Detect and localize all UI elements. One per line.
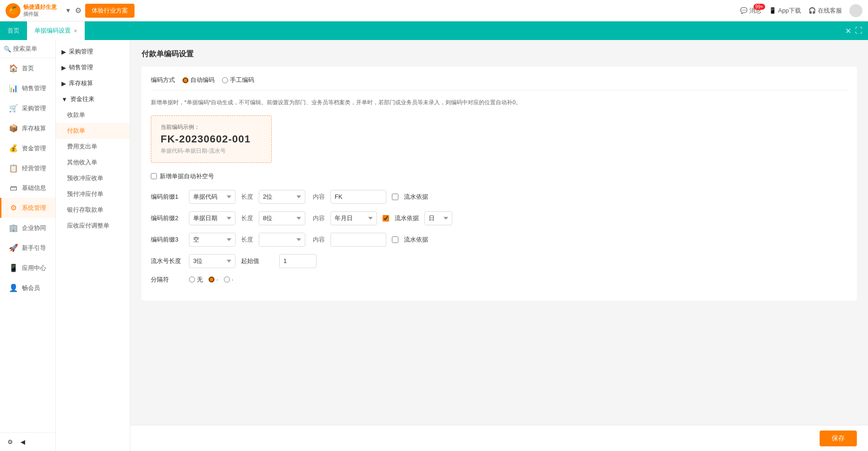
avatar[interactable] (849, 4, 862, 17)
prefix2-row: 编码前缀2 单据日期 长度 8位 内容 年月日 流水依据 日 (151, 211, 848, 225)
sidebar-item-apps[interactable]: 📱 应用中心 (0, 258, 55, 278)
sidebar-item-system[interactable]: ⚙ 系统管理 (0, 198, 55, 218)
trial-btn[interactable]: 体验行业方案 (85, 4, 135, 18)
prefix2-select[interactable]: 单据日期 (189, 211, 236, 225)
app-icon: 📱 (769, 7, 776, 14)
sub-item-prepay-payable[interactable]: 预付冲应付单 (56, 186, 130, 202)
separator-dot-label[interactable]: · (209, 276, 218, 283)
preview-label: 当前编码示例： (161, 123, 262, 131)
sidebar-item-enterprise[interactable]: 🏢 企业协同 (0, 218, 55, 238)
prefix1-select[interactable]: 单据代码 (189, 190, 236, 204)
prefix1-content-input[interactable] (330, 190, 386, 204)
sub-item-expense[interactable]: 费用支出单 (56, 139, 130, 155)
prefix2-content-label: 内容 (313, 214, 325, 222)
messages-btn[interactable]: 💬 消息 99+ (740, 7, 761, 15)
sub-item-prepay-receivable[interactable]: 预收冲应收单 (56, 170, 130, 186)
sidebar-item-basic-label: 基础信息 (22, 184, 46, 192)
tabbar-expand-btn[interactable]: ⛶ (855, 27, 862, 35)
basic-icon: 🗃 (9, 184, 18, 192)
encoding-method-label: 编码方式 (151, 76, 175, 84)
tab-close-icon[interactable]: ✕ (74, 28, 77, 34)
footer: 保存 (130, 425, 868, 451)
sidebar-item-newbie[interactable]: 🚀 新手引导 (0, 238, 55, 258)
prefix3-length-select[interactable] (259, 233, 305, 247)
preview-desc: 单据代码-单据日期-流水号 (161, 147, 262, 155)
online-service-btn[interactable]: 🎧 在线客服 (808, 7, 842, 15)
auto-fill-checkbox[interactable] (151, 173, 157, 179)
separator-none-label[interactable]: 无 (189, 276, 203, 284)
radio-manual[interactable] (222, 77, 228, 83)
sidebar-item-sales[interactable]: 📊 销售管理 (0, 78, 55, 98)
prefix3-content-input[interactable] (330, 233, 386, 247)
prefix3-serial-checkbox[interactable] (392, 236, 398, 243)
sub-group-sales-label: 销售管理 (69, 63, 93, 72)
prefix2-content-select[interactable]: 年月日 (330, 211, 377, 225)
tab-serial-setting[interactable]: 单据编码设置 ✕ (27, 21, 85, 40)
nav-dropdown[interactable]: ▼ (65, 7, 71, 14)
sidebar-search-label: 搜索菜单 (13, 45, 37, 53)
prefix1-serial-checkbox[interactable] (392, 194, 398, 200)
sidebar-item-apps-label: 应用中心 (22, 264, 46, 272)
separator-dot-text: · (216, 276, 218, 283)
sub-item-bank-deposit[interactable]: 银行存取款单 (56, 202, 130, 218)
radio-manual-label[interactable]: 手工编码 (222, 76, 254, 84)
sub-group-purchase-title[interactable]: ▶ 采购管理 (56, 44, 130, 60)
encoding-method-row: 编码方式 自动编码 手工编码 (151, 76, 848, 90)
prefix3-select[interactable]: 空 (189, 233, 236, 247)
separator-dot-radio[interactable] (209, 276, 215, 283)
sub-item-other-income[interactable]: 其他收入单 (56, 155, 130, 170)
sidebar-item-basic[interactable]: 🗃 基础信息 (0, 178, 55, 198)
expand-arrow-inventory: ▶ (61, 80, 66, 87)
sub-group-capital-title[interactable]: ▼ 资金往来 (56, 91, 130, 107)
sidebar-bottom: ⚙ ◀ (0, 432, 55, 451)
preview-code: FK-20230602-001 (161, 133, 262, 145)
save-button[interactable]: 保存 (820, 431, 857, 446)
finance-icon: 💰 (9, 144, 18, 153)
app-download-btn[interactable]: 📱 App下载 (769, 7, 801, 15)
separator-none-radio[interactable] (189, 276, 195, 283)
serial-length-select[interactable]: 3位 (189, 254, 236, 268)
sub-group-inventory-title[interactable]: ▶ 库存核算 (56, 75, 130, 91)
bottom-settings-icon[interactable]: ⚙ (7, 438, 13, 445)
sidebar-search[interactable]: 🔍 搜索菜单 (0, 40, 55, 58)
bottom-collapse-icon[interactable]: ◀ (20, 438, 25, 445)
prefix1-length-label: 长度 (241, 193, 253, 201)
tab-home[interactable]: 首页 (0, 21, 27, 40)
prefix2-length-select[interactable]: 8位 (259, 211, 305, 225)
encoding-method-radios: 自动编码 手工编码 (182, 76, 254, 84)
sub-group-sales-title[interactable]: ▶ 销售管理 (56, 60, 130, 75)
start-value-label: 起始值 (241, 257, 274, 265)
prefix1-length-select[interactable]: 2位 (259, 190, 305, 204)
sidebar-item-member[interactable]: 👤 畅会员 (0, 278, 55, 298)
prefix3-length-label: 长度 (241, 236, 253, 244)
prefix2-period-select[interactable]: 日 (424, 211, 452, 225)
prefix2-serial-checkbox[interactable] (383, 215, 389, 222)
sub-group-inventory: ▶ 库存核算 (56, 75, 130, 91)
sidebar-item-purchase[interactable]: 🛒 采购管理 (0, 98, 55, 118)
radio-auto-label[interactable]: 自动编码 (182, 76, 215, 84)
radio-auto[interactable] (182, 77, 188, 83)
sub-item-payment[interactable]: 付款单 (56, 123, 130, 139)
sidebar-item-inventory[interactable]: 📦 库存核算 (0, 118, 55, 138)
sidebar-item-operations[interactable]: 📋 经营管理 (0, 158, 55, 178)
sub-group-capital-label: 资金往来 (70, 95, 94, 103)
separator-dot2-label[interactable]: · (224, 276, 234, 283)
auto-fill-label: 新增单据自动补空号 (160, 172, 214, 181)
layout: 🔍 搜索菜单 🏠 首页 📊 销售管理 🛒 采购管理 📦 库存核算 💰 资金管理 … (0, 40, 868, 451)
system-icon: ⚙ (9, 203, 18, 212)
sub-group-sales: ▶ 销售管理 (56, 60, 130, 75)
settings-icon[interactable]: ⚙ (75, 6, 81, 15)
topbar: 🍊 畅捷通好生意 插件版 ▼ ⚙ 体验行业方案 💬 消息 99+ 📱 App下载… (0, 0, 868, 21)
sub-item-receipt[interactable]: 收款单 (56, 107, 130, 123)
sub-group-capital: ▼ 资金往来 收款单 付款单 费用支出单 其他收入单 预收冲应收单 预付冲应付单… (56, 91, 130, 234)
sub-item-recv-pay-adjust[interactable]: 应收应付调整单 (56, 218, 130, 234)
service-icon: 🎧 (808, 7, 816, 14)
sidebar-item-finance[interactable]: 💰 资金管理 (0, 138, 55, 158)
separator-dot2-radio[interactable] (224, 276, 230, 283)
message-icon: 💬 (740, 7, 747, 14)
start-value-input[interactable] (279, 254, 316, 268)
enterprise-icon: 🏢 (9, 223, 18, 232)
sidebar-item-home[interactable]: 🏠 首页 (0, 58, 55, 78)
tabbar-close-btn[interactable]: ✕ (845, 27, 851, 35)
auto-fill-row[interactable]: 新增单据自动补空号 (151, 172, 848, 181)
